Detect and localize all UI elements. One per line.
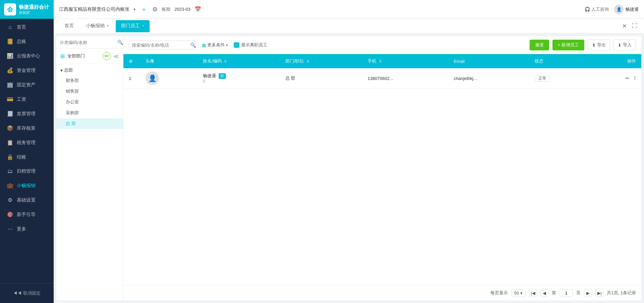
tab-xiaochange[interactable]: 小畅报销 ×: [80, 20, 114, 32]
search-box-icon[interactable]: 🔍: [190, 42, 196, 48]
tab-expand-button[interactable]: ⛶: [631, 21, 639, 31]
last-page-button[interactable]: ▶|: [595, 289, 603, 297]
tab-home-label: 首页: [64, 23, 74, 29]
employee-search-input[interactable]: [132, 43, 188, 48]
sidebar-item-tax[interactable]: 📋 税务管理: [0, 135, 54, 150]
topbar: 江西服宝精品有限责任公司内账张 ▾ ＋ ⚙ 账期 2023-03 📅 🎧 人工咨…: [54, 0, 644, 19]
basic-settings-icon: ⚙: [7, 197, 13, 203]
dept-item-label: 办公室: [66, 99, 79, 104]
status-badge: 正常: [535, 75, 550, 82]
logo-subtext: 旗舰版: [19, 10, 30, 15]
avatar: 👤: [614, 5, 624, 14]
sidebar-item-label: 资金管理: [17, 68, 36, 74]
dept-root-label: 总部: [64, 67, 73, 73]
col-dept[interactable]: 部门/职位 ⇅: [280, 54, 362, 68]
cancel-pin-label: ◀◀ 取消固定: [13, 290, 41, 296]
inventory-icon: 📦: [7, 125, 13, 131]
right-panel: 🔍 ▦ 更多条件 ▾ ✓ 显示离职员工 邀请 + 新增员工 ⬆ 导出: [123, 36, 641, 300]
dept-search: 🔍: [56, 36, 123, 49]
company-name[interactable]: 江西服宝精品有限责任公司内账张: [59, 6, 129, 12]
sidebar-item-funds[interactable]: 💰 资金管理: [0, 63, 54, 78]
tab-home[interactable]: 首页: [59, 20, 79, 32]
user-area[interactable]: 👤 畅捷通: [614, 5, 639, 14]
row-name: 畅捷通 部 0: [198, 68, 280, 89]
logo-info: 畅捷通好会计 旗舰版: [19, 4, 49, 15]
settings-icon[interactable]: ⚙: [152, 6, 158, 13]
tabs-actions: ✕ ⛶: [621, 21, 639, 31]
dept-item-finance[interactable]: 财务部: [56, 75, 123, 86]
dept-item-purchase[interactable]: 采购部: [56, 107, 123, 118]
dept-item-general[interactable]: 总 部: [56, 118, 123, 129]
tab-dept-employee-close[interactable]: ×: [142, 24, 144, 28]
user-name: 畅捷通: [626, 6, 639, 12]
dept-search-input[interactable]: [60, 40, 116, 45]
edit-button[interactable]: ✏: [626, 76, 630, 81]
import-button[interactable]: ⬇ 导入: [613, 40, 636, 50]
sidebar-item-basic-settings[interactable]: ⚙ 基础设置: [0, 193, 54, 207]
dept-item-office[interactable]: 办公室: [56, 97, 123, 107]
sidebar-item-home[interactable]: ⌂ 首页: [0, 20, 54, 34]
toolbar-right: 邀请 + 新增员工 ⬆ 导出 ⬇ 导入: [530, 40, 636, 50]
show-resigned-toggle[interactable]: ✓ 显示离职员工: [234, 42, 267, 48]
filter-label: 更多条件: [207, 42, 225, 48]
dept-item-label: 总 部: [66, 121, 76, 126]
invite-button[interactable]: 邀请: [530, 40, 549, 50]
export-button[interactable]: ⬆ 导出: [588, 40, 610, 50]
home-icon: ⌂: [7, 24, 13, 30]
filter-icon: ▦: [202, 43, 206, 48]
dept-search-icon[interactable]: 🔍: [117, 40, 123, 45]
next-page-button[interactable]: ▶: [584, 289, 592, 297]
filter-button[interactable]: ▦ 更多条件 ▾: [199, 41, 230, 49]
row-phone: 138070602...: [362, 68, 448, 89]
sidebar-item-label: 新手引导: [17, 212, 36, 218]
dept-all-label[interactable]: 全部部门: [67, 53, 100, 59]
first-page-button[interactable]: |◀: [529, 289, 537, 297]
row-email: chanjethkj...: [448, 68, 529, 89]
cancel-pin-button[interactable]: ◀◀ 取消固定: [0, 288, 54, 299]
invoice-icon: 🧾: [7, 111, 13, 117]
calendar-icon[interactable]: 📅: [195, 6, 201, 12]
show-resigned-checkbox[interactable]: ✓: [234, 42, 239, 48]
page-input[interactable]: [559, 289, 573, 297]
dept-item-sales[interactable]: 销售部: [56, 86, 123, 97]
sidebar-item-ledger[interactable]: 📒 总账: [0, 34, 54, 49]
table-row: 1 👤 畅捷通 部 0 总 部: [123, 68, 641, 89]
sidebar-item-invoice[interactable]: 🧾 发票管理: [0, 106, 54, 121]
sidebar-item-inventory[interactable]: 📦 库存核算: [0, 121, 54, 135]
sidebar-item-more[interactable]: ⋯ 更多: [0, 222, 54, 236]
tab-close-all-button[interactable]: ✕: [621, 21, 628, 31]
sidebar-item-closing[interactable]: 🔒 结账: [0, 150, 54, 164]
sidebar-item-new-guide[interactable]: 🎯 新手引导: [0, 207, 54, 222]
sidebar: 会 畅捷通好会计 旗舰版 ⌂ 首页 📒 总账 📊 云报表中心 💰 资金管理: [0, 0, 54, 303]
prev-page-button[interactable]: ◀: [540, 289, 548, 297]
support-button[interactable]: 🎧 人工咨询: [585, 6, 609, 12]
dept-collapse-icon[interactable]: ≪: [113, 53, 119, 59]
col-phone[interactable]: 手机 ⇅: [362, 54, 448, 68]
logout-button[interactable]: ⤴: [634, 76, 636, 81]
dept-group-total[interactable]: ▾ 总部: [56, 65, 123, 75]
period-value[interactable]: 2023-03: [174, 7, 191, 12]
sidebar-item-fixed-assets[interactable]: 🏢 固定资产: [0, 78, 54, 92]
sidebar-item-xiaochange[interactable]: 💼 小畅报销: [0, 178, 54, 193]
col-settings[interactable]: ⚙: [123, 54, 140, 68]
tab-dept-employee[interactable]: 部门员工 ×: [116, 20, 150, 32]
row-dept: 总 部: [280, 68, 362, 89]
col-name[interactable]: 姓名/编码 ⇅: [198, 54, 280, 68]
company-dropdown-arrow[interactable]: ▾: [133, 7, 136, 12]
sidebar-item-payroll[interactable]: 💳 工资: [0, 92, 54, 106]
page-size-select[interactable]: 50 ▾: [511, 289, 526, 297]
sidebar-item-label: 发票管理: [17, 111, 36, 117]
sidebar-item-label: 更多: [17, 226, 26, 232]
dept-panel: 🔍 ⊞ 全部部门 ✏ ≪ ▾ 总部 财务部 销售部: [56, 36, 123, 300]
employee-type-badge: 部: [219, 73, 226, 79]
dept-tree-header: ⊞ 全部部门 ✏ ≪: [56, 49, 123, 64]
main-area: 江西服宝精品有限责任公司内账张 ▾ ＋ ⚙ 账期 2023-03 📅 🎧 人工咨…: [54, 0, 644, 303]
sidebar-item-label: 基础设置: [17, 197, 36, 203]
add-employee-button[interactable]: + 新增员工: [552, 40, 584, 50]
sidebar-item-archive[interactable]: 🗂 归档管理: [0, 164, 54, 178]
new-guide-icon: 🎯: [7, 211, 13, 218]
dept-edit-icon[interactable]: ✏: [103, 52, 111, 60]
sidebar-item-reports[interactable]: 📊 云报表中心: [0, 49, 54, 63]
tab-xiaochange-close[interactable]: ×: [107, 24, 109, 28]
add-company-button[interactable]: ＋: [140, 4, 148, 15]
